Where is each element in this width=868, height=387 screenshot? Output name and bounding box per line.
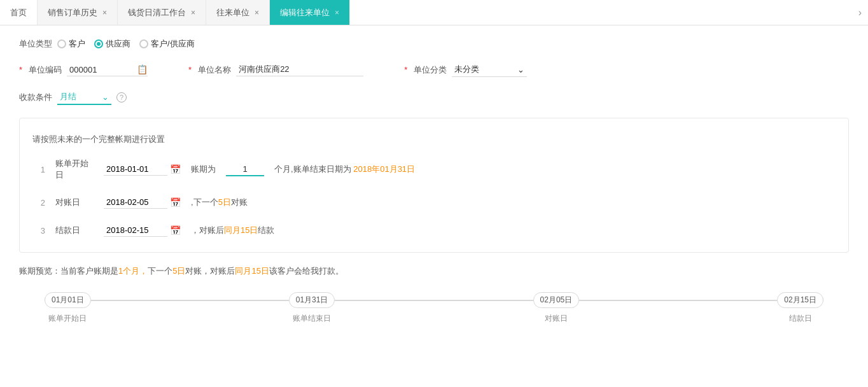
unit-code-input-wrap: 📋 [67, 64, 148, 76]
setting-row-2: 2 对账日 📅 ,下一个5日对账 [32, 196, 836, 209]
payment-date-input[interactable] [104, 224, 167, 237]
preview-text: 账期预览：当前客户账期是1个月，下一个5日对账，对账后同月15日该客户会给我打款… [19, 265, 849, 277]
timeline-point-1: 01月01日 账单开始日 [45, 292, 91, 324]
tab-cashier-workbench[interactable]: 钱货日清工作台 × [118, 0, 206, 25]
radio-customer-circle [57, 39, 66, 48]
period-unit: 个月,账单结束日期为 2018年01月31日 [274, 164, 415, 175]
unit-name-field: * 单位名称 [188, 64, 363, 76]
payment-condition-arrow: ⌄ [102, 92, 109, 102]
settings-panel: 请按照未来的一个完整帐期进行设置 1 账单开始日 📅 账期为 个月,账单结束日期… [19, 118, 849, 253]
row-label-2: 对账日 [55, 197, 94, 208]
row-number-1: 1 [32, 165, 45, 174]
tab-cashier-workbench-label: 钱货日清工作台 [128, 7, 186, 18]
radio-supplier-label: 供应商 [106, 38, 130, 50]
unit-category-star: * [404, 65, 407, 74]
tab-edit-partner[interactable]: 编辑往来单位 × [270, 0, 350, 25]
unit-category-label: 单位分类 [414, 64, 447, 76]
payment-desc: ，对账后同月15日结款 [191, 225, 274, 236]
preview-orange2: 5日 [172, 266, 185, 276]
preview-orange3: 同月15日 [235, 266, 269, 276]
payment-date-calendar-icon[interactable]: 📅 [170, 225, 181, 236]
preview-mid2: 对账，对账后 [185, 266, 235, 276]
help-icon[interactable]: ? [116, 92, 127, 102]
unit-name-input[interactable] [236, 64, 363, 76]
unit-code-label: 单位编码 [29, 64, 62, 76]
row-number-3: 3 [32, 226, 45, 236]
tab-bar: 首页 销售订单历史 × 钱货日清工作台 × 往来单位 × 编辑往来单位 × › [0, 0, 868, 25]
row-number-2: 2 [32, 198, 45, 208]
tab-cashier-workbench-close[interactable]: × [191, 8, 195, 17]
copy-icon[interactable]: 📋 [137, 64, 148, 74]
start-date-input[interactable] [104, 163, 167, 176]
row-label-3: 结款日 [55, 225, 94, 236]
tab-home[interactable]: 首页 [0, 0, 38, 25]
radio-customer-supplier[interactable]: 客户/供应商 [139, 38, 195, 50]
timeline-tag-4: 02月15日 [777, 292, 823, 308]
panel-description: 请按照未来的一个完整帐期进行设置 [32, 134, 836, 145]
period-end-date: 2018年01月31日 [353, 164, 415, 174]
tab-partner-label: 往来单位 [216, 7, 249, 18]
timeline-point-4: 02月15日 结款日 [777, 292, 823, 324]
setting-row-1: 1 账单开始日 📅 账期为 个月,账单结束日期为 2018年01月31日 [32, 158, 836, 181]
reconcile-date-calendar-icon[interactable]: 📅 [170, 197, 181, 208]
timeline-points: 01月01日 账单开始日 01月31日 账单结束日 02月05日 对账日 02月… [45, 292, 823, 324]
unit-code-input[interactable] [67, 64, 137, 76]
radio-customer-supplier-label: 客户/供应商 [151, 38, 195, 50]
code-name-category-row: * 单位编码 📋 * 单位名称 * 单位分类 未分类 ⌄ [19, 62, 849, 77]
row-label-1: 账单开始日 [55, 158, 94, 181]
radio-customer-supplier-circle [139, 39, 148, 48]
payment-condition-value: 月结 [60, 91, 76, 102]
unit-category-value: 未分类 [454, 64, 479, 75]
tab-arrow[interactable]: › [852, 0, 868, 25]
period-label: 账期为 [191, 164, 216, 175]
reconcile-desc: ,下一个5日对账 [191, 197, 248, 208]
unit-category-select[interactable]: 未分类 ⌄ [452, 62, 527, 77]
timeline-tag-3: 02月05日 [533, 292, 580, 308]
preview-orange1: 1个月， [118, 266, 148, 276]
radio-supplier-circle [94, 39, 103, 48]
timeline-point-3: 02月05日 对账日 [533, 292, 580, 324]
tab-edit-partner-label: 编辑往来单位 [280, 7, 330, 18]
preview-prefix: 账期预览：当前客户账期是 [19, 266, 118, 276]
payment-condition-row: 收款条件 月结 ⌄ ? [19, 90, 849, 105]
preview-mid: 下一个 [148, 266, 172, 276]
unit-type-row: 单位类型 客户 供应商 客户/供应商 [19, 38, 849, 50]
reconcile-date-wrap: 📅 [104, 196, 181, 209]
start-date-wrap: 📅 [104, 163, 181, 176]
unit-category-field: * 单位分类 未分类 ⌄ [404, 62, 527, 77]
reconcile-date-input[interactable] [104, 196, 167, 209]
content-area: 单位类型 客户 供应商 客户/供应商 * 单位编码 [0, 25, 868, 387]
timeline-label-3: 对账日 [545, 313, 568, 324]
payment-date-wrap: 📅 [104, 224, 181, 237]
tab-sales-history[interactable]: 销售订单历史 × [38, 0, 118, 25]
timeline-container: 01月01日 账单开始日 01月31日 账单结束日 02月05日 对账日 02月… [19, 292, 849, 324]
radio-customer-label: 客户 [69, 38, 85, 50]
timeline-label-1: 账单开始日 [48, 313, 87, 324]
timeline-tag-2: 01月31日 [289, 292, 335, 308]
radio-group: 客户 供应商 客户/供应商 [57, 38, 195, 50]
timeline-tag-1: 01月01日 [45, 292, 91, 308]
setting-row-3: 3 结款日 📅 ，对账后同月15日结款 [32, 224, 836, 237]
timeline-point-2: 01月31日 账单结束日 [289, 292, 335, 324]
period-input[interactable] [226, 163, 264, 176]
unit-name-label: 单位名称 [198, 64, 231, 76]
payment-condition-label: 收款条件 [19, 92, 52, 103]
radio-supplier[interactable]: 供应商 [94, 38, 130, 50]
tab-partner-close[interactable]: × [255, 8, 259, 17]
tab-home-label: 首页 [10, 7, 27, 18]
tab-sales-history-label: 销售订单历史 [48, 7, 97, 18]
radio-customer[interactable]: 客户 [57, 38, 85, 50]
preview-suffix: 该客户会给我打款。 [269, 266, 344, 276]
unit-code-star: * [19, 65, 22, 74]
unit-category-arrow: ⌄ [517, 65, 524, 74]
unit-name-star: * [188, 65, 192, 74]
timeline-label-4: 结款日 [789, 313, 812, 324]
tab-sales-history-close[interactable]: × [102, 8, 107, 17]
unit-type-field: 单位类型 客户 供应商 客户/供应商 [19, 38, 195, 50]
tab-edit-partner-close[interactable]: × [335, 8, 339, 17]
timeline-label-2: 账单结束日 [293, 313, 331, 324]
start-date-calendar-icon[interactable]: 📅 [170, 164, 181, 174]
tab-partner[interactable]: 往来单位 × [206, 0, 270, 25]
payment-condition-select[interactable]: 月结 ⌄ [57, 90, 111, 105]
unit-code-field: * 单位编码 📋 [19, 64, 148, 76]
